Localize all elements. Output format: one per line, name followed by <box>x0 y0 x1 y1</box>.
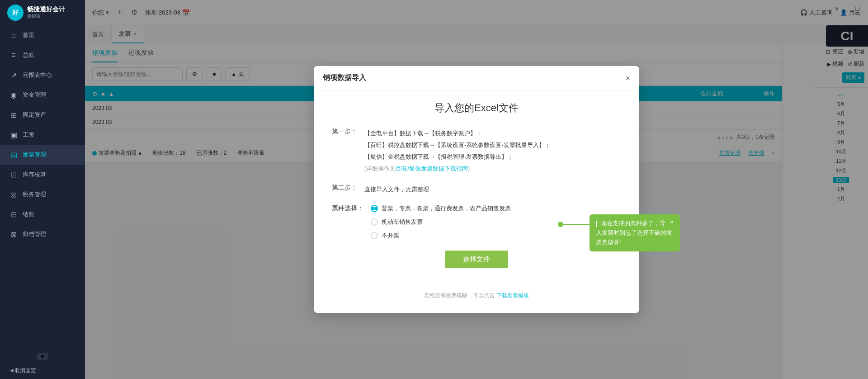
stock-label: 库存核算 <box>23 171 46 179</box>
step-2-text: 直接导入文件，无需整理 <box>364 184 621 195</box>
sidebar-item-tax[interactable]: ◎ 税务管理 <box>0 185 85 204</box>
assets-label: 固定资产 <box>23 111 46 119</box>
main-area: × □ 你您 ▾ + ⚙ 账期 2023-03 📅 <box>85 0 868 379</box>
logo-sub: 旗舰版 <box>27 13 65 19</box>
step-2: 第二步： 直接导入文件，无需整理 <box>332 184 621 195</box>
tooltip-close-btn[interactable]: × <box>670 219 674 225</box>
tax-label: 税务管理 <box>23 190 46 199</box>
radio-general-circle <box>371 205 378 212</box>
sidebar-scroll: ⌂ 首页 ≡ 总账 ↗ 云报表中心 ◉ 资金管理 ⊞ 固定资产 ▣ 工资 ▤ 发… <box>0 25 85 351</box>
modal-close-btn[interactable]: × <box>625 74 630 82</box>
modal-title: 销项数据导入 <box>323 73 366 83</box>
funds-label: 资金管理 <box>23 91 46 99</box>
sidebar-item-settle[interactable]: ⊟ 结账 <box>0 204 85 224</box>
logo-text-container: 畅捷通好会计 旗舰版 <box>27 5 65 19</box>
sidebar-item-ledger[interactable]: ≡ 总账 <box>0 45 85 65</box>
cloud-label: 云报表中心 <box>23 71 52 79</box>
salary-label: 工资 <box>23 131 34 139</box>
step-1-line-2: 【百旺】税控盘数据下载→【系统设置-系统参数设置-发票批量导入】； <box>364 139 621 151</box>
sidebar-item-funds[interactable]: ◉ 资金管理 <box>0 85 85 105</box>
cloud-icon: ↗ <box>9 71 18 80</box>
sidebar-item-stock[interactable]: ⊡ 库存核算 <box>0 165 85 185</box>
invoice-label: 发票管理 <box>23 151 46 159</box>
tooltip-bubble: × 现在支持的票种多了，导入发票时别忘了选择正确的发票类型呀! <box>590 214 680 251</box>
radio-general-label: 普票，专票，卷票，通行费发票，农产品销售发票 <box>382 204 511 213</box>
invoice-icon: ▤ <box>9 150 18 159</box>
step-1-line-1: 【全电平台】数据下载→【税务数字账户】； <box>364 128 621 139</box>
select-file-container: 选择文件 <box>332 251 621 268</box>
sidebar-item-salary[interactable]: ▣ 工资 <box>0 125 85 145</box>
step-2-row: 第二步： 直接导入文件，无需整理 <box>332 184 621 195</box>
archive-icon: ⊠ <box>9 230 18 239</box>
sidebar-item-assets[interactable]: ⊞ 固定资产 <box>0 105 85 125</box>
ticket-label: 票种选择： <box>332 204 363 213</box>
download-template-link[interactable]: 下载发票模版 <box>496 292 529 298</box>
tooltip-dot <box>558 222 563 227</box>
assets-icon: ⊞ <box>9 110 18 119</box>
sidebar-bottom-label: ◄取消固定 <box>9 367 36 374</box>
radio-none-label: 不开票 <box>382 232 399 240</box>
radio-general[interactable]: 普票，专票，卷票，通行费发票，农产品销售发票 <box>371 204 511 213</box>
modal: 销项数据导入 × 导入您的Excel文件 第一步： 【全电平台】数据下载→【税务… <box>314 66 639 313</box>
sidebar-item-home[interactable]: ⌂ 首页 <box>0 25 85 45</box>
radio-group: 普票，专票，卷票，通行费发票，农产品销售发票 机动车销售发票 不开票 <box>371 204 511 240</box>
radio-none-circle <box>371 232 378 239</box>
funds-icon: ◉ <box>9 90 18 99</box>
tooltip-text: 现在支持的票种多了，导入发票时别忘了选择正确的发票类型呀! <box>596 220 672 246</box>
ticket-row: 票种选择： 普票，专票，卷票，通行费发票，农产品销售发票 <box>332 204 621 240</box>
scroll-down-arrow[interactable]: ▼ <box>37 353 48 360</box>
radio-motor[interactable]: 机动车销售发票 <box>371 218 511 226</box>
step-1: 第一步： 【全电平台】数据下载→【税务数字账户】； 【百旺】税控盘数据下载→【系… <box>332 128 621 175</box>
sidebar: 好 畅捷通好会计 旗舰版 ⌂ 首页 ≡ 总账 ↗ 云报表中心 ◉ 资金管理 ⊞ … <box>0 0 85 379</box>
tax-icon: ◎ <box>9 190 18 199</box>
settle-icon: ⊟ <box>9 210 18 219</box>
step-1-content: 【全电平台】数据下载→【税务数字账户】； 【百旺】税控盘数据下载→【系统设置-系… <box>364 128 621 175</box>
ticket-select: 票种选择： 普票，专票，卷票，通行费发票，农产品销售发票 <box>332 204 621 240</box>
sidebar-item-invoice[interactable]: ▤ 发票管理 <box>0 145 85 165</box>
step-1-row: 第一步： 【全电平台】数据下载→【税务数字账户】； 【百旺】税控盘数据下载→【系… <box>332 128 621 175</box>
tooltip-line <box>563 224 590 225</box>
modal-footer: 若您没有发票模版，可以点击 下载发票模版 <box>314 292 639 299</box>
step-1-line-3: 【航信】金税盘数据下载→【报税管理-发票数据导出】； <box>364 151 621 163</box>
archive-label: 归档管理 <box>23 230 46 238</box>
settle-label: 结账 <box>23 210 34 218</box>
step-2-label: 第二步： <box>332 184 357 192</box>
logo-text: 畅捷通好会计 <box>27 5 65 13</box>
download-guide-link[interactable]: 百旺/航信发票数据下载指南 <box>396 165 468 172</box>
radio-motor-circle <box>371 218 378 226</box>
radio-motor-label: 机动车销售发票 <box>382 218 423 226</box>
modal-main-title: 导入您的Excel文件 <box>332 101 621 115</box>
sidebar-scroll-down: ▼ <box>0 351 85 362</box>
ledger-icon: ≡ <box>9 51 18 60</box>
tooltip-bar <box>596 221 597 227</box>
modal-body: 导入您的Excel文件 第一步： 【全电平台】数据下载→【税务数字账户】； 【百… <box>314 90 639 288</box>
sidebar-item-cloud[interactable]: ↗ 云报表中心 <box>0 65 85 85</box>
step-1-label: 第一步： <box>332 128 357 136</box>
salary-icon: ▣ <box>9 130 18 139</box>
ledger-label: 总账 <box>23 51 34 59</box>
modal-header: 销项数据导入 × <box>314 66 639 90</box>
logo-icon: 好 <box>7 5 24 21</box>
sidebar-logo: 好 畅捷通好会计 旗舰版 <box>0 0 85 25</box>
radio-none[interactable]: 不开票 <box>371 232 511 240</box>
stock-icon: ⊡ <box>9 170 18 179</box>
footer-text: 若您没有发票模版，可以点击 <box>424 292 495 298</box>
home-label: 首页 <box>23 31 34 39</box>
home-icon: ⌂ <box>9 31 18 40</box>
step-1-link: (详细操作见百旺/航信发票数据下载指南) <box>364 163 621 175</box>
sidebar-item-archive[interactable]: ⊠ 归档管理 <box>0 224 85 244</box>
select-file-btn[interactable]: 选择文件 <box>445 251 508 268</box>
sidebar-unpin[interactable]: ◄取消固定 <box>0 362 85 379</box>
